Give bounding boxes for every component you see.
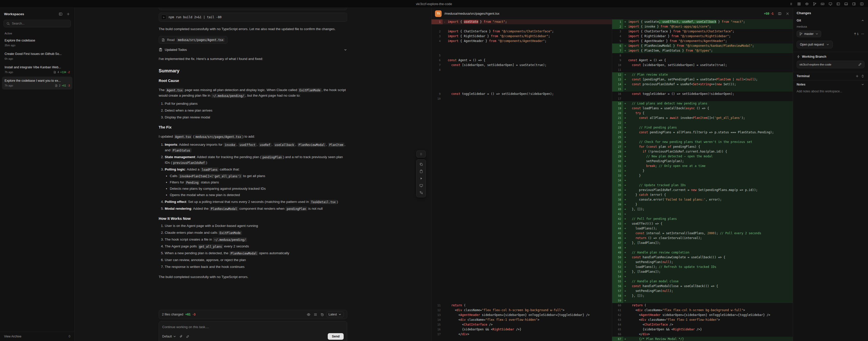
branch-selector[interactable]: master: [797, 31, 821, 37]
diff-line-ctx: 10: [431, 96, 612, 101]
diff-line-ctx: 8: [431, 67, 612, 72]
panel-bottom-button[interactable]: [844, 2, 848, 6]
titlebar-actions: [789, 0, 864, 8]
split-view-button[interactable]: [778, 12, 781, 16]
notes-collapse-button[interactable]: [861, 83, 864, 86]
terminal-expand-button[interactable]: [861, 74, 864, 78]
git-compare-button[interactable]: [416, 189, 426, 196]
git-collapse-button[interactable]: [861, 19, 864, 22]
diff-line-spacer: [431, 106, 612, 111]
chevron-down-icon: [173, 335, 176, 338]
edit-button[interactable]: [186, 335, 190, 338]
diff-marker: [443, 29, 447, 34]
chat-scroll-area[interactable]: >npm run build 2>&1 | tail -80The build …: [75, 8, 431, 310]
collapsed-block-remnant[interactable]: [159, 8, 347, 10]
diff-line-spacer: [431, 72, 612, 77]
panel-right-button[interactable]: [851, 2, 856, 6]
code-line: }, [loadPlans]);: [627, 270, 793, 274]
clipboard-button[interactable]: [416, 168, 426, 175]
inline-code: Agent.tsx: [174, 134, 192, 139]
diff-row: 40+ }, []);: [431, 207, 793, 212]
notes-section-header: Notes: [793, 81, 868, 89]
diff-line-spacer: [431, 217, 612, 221]
working-branch-input[interactable]: vk/3ccf-explore-the-code: [797, 61, 864, 68]
chat-paragraph: I updated Agent.tsx (medusa/src/pages/Ag…: [159, 134, 347, 140]
read-file-path: medusa/src/pages/Agent.tsx: [177, 38, 225, 42]
keyboard-button[interactable]: [820, 2, 825, 6]
code-line: // Check for new pending plans that were…: [627, 140, 793, 145]
search-input[interactable]: [12, 22, 68, 25]
clipboard-list-icon: [159, 48, 162, 52]
line-number: 41: [612, 212, 623, 217]
code-line: previousPlanIdsRef.current = new Set(pen…: [627, 188, 793, 192]
pen-icon: [186, 335, 190, 338]
columns-button[interactable]: [859, 2, 864, 6]
latest-dropdown[interactable]: Latest: [326, 312, 344, 317]
file-type-badge: TS: [435, 10, 442, 17]
drag-handle[interactable]: [416, 151, 426, 158]
list-item: The hook script creates a file in ~/.med…: [165, 237, 347, 242]
attach-button[interactable]: [179, 335, 183, 338]
copy-button[interactable]: [416, 161, 426, 168]
line-number: 46: [612, 236, 623, 241]
inline-code: invoke<PlanItem[]>('get_all_plans'): [178, 174, 242, 178]
terminal-command-block[interactable]: >npm run build 2>&1 | tail -80: [159, 13, 347, 22]
line-number: 15: [612, 87, 623, 92]
monitor-button[interactable]: [416, 182, 426, 189]
panel-left-button[interactable]: [58, 12, 63, 16]
branch-more-button[interactable]: [861, 32, 864, 36]
mode-dropdown[interactable]: Default: [162, 335, 176, 338]
line-number: 63: [612, 317, 623, 322]
diff-row: 35+ // Update tracked plan IDs: [431, 183, 793, 188]
line-number: 5: [612, 39, 623, 43]
diff-body[interactable]: 1-import { useState } from "react";1+imp…: [431, 20, 793, 341]
line-number: 45: [612, 231, 623, 236]
history-button[interactable]: [320, 313, 324, 316]
plus-button[interactable]: [66, 12, 70, 16]
diff-row: 811: [431, 67, 793, 72]
workspace-item[interactable]: Explore the codebase35m ago: [2, 36, 72, 49]
diff-marker: +: [623, 298, 627, 303]
file-read-chip[interactable]: Readmedusa/src/pages/Agent.tsx: [159, 36, 227, 44]
code-line: // Update tracked plan IDs: [627, 183, 793, 188]
diff-row: 27+ for (const plan of pendingPlans) {: [431, 145, 793, 149]
workspace-search[interactable]: [4, 20, 71, 27]
inline-code: useEffect: [238, 143, 257, 147]
layout-grid-button[interactable]: [797, 2, 801, 6]
line-number: 10: [612, 63, 623, 67]
eye-button[interactable]: [804, 2, 809, 6]
diff-line-ctx: 62 <AgentHeader sidebarOpen={sidebarOpen…: [612, 313, 793, 317]
diff-marker: +: [623, 255, 627, 260]
diff-line-add: 36+ previousPlanIdsRef.current = new Set…: [612, 188, 793, 192]
send-button[interactable]: Send: [328, 333, 344, 340]
workspace-item[interactable]: Install and integrate Vibe Kanban Web...…: [2, 63, 72, 76]
workspace-item[interactable]: Explore the codebase I want you to ex...…: [2, 76, 72, 90]
panel-left-button[interactable]: [836, 2, 840, 6]
pause-button[interactable]: [789, 2, 793, 6]
monitor-button[interactable]: [828, 2, 833, 6]
repo-name: medusa: [793, 25, 868, 30]
code-line: [627, 212, 793, 217]
diff-line-spacer: [431, 212, 612, 217]
new-terminal-button[interactable]: [855, 74, 859, 78]
workspace-item[interactable]: Create Good First Issues on Github So...…: [2, 50, 72, 63]
view-archive-button[interactable]: View Archive 0: [0, 332, 74, 341]
diff-line-add: 25+: [612, 135, 793, 140]
git-branch-button[interactable]: [812, 2, 817, 6]
bold-text: Modal rendering: [165, 207, 191, 211]
diff-marker: [443, 92, 447, 96]
open-pr-button[interactable]: Open pull request: [797, 41, 833, 48]
terminal-section-label: Terminal: [797, 74, 810, 78]
diff-marker: +: [623, 207, 627, 212]
close-diff-button[interactable]: [786, 12, 789, 16]
diff-marker: +: [623, 241, 627, 245]
updated-todos-row[interactable]: Updated Todos: [159, 48, 347, 52]
notes-placeholder[interactable]: Add notes about this workspace...: [793, 89, 868, 96]
eye-button[interactable]: [307, 313, 311, 316]
line-number: 39: [612, 202, 623, 207]
code-line: const [sidebarOpen, setSidebarOpen] = us…: [627, 63, 793, 67]
play-button[interactable]: [416, 175, 426, 182]
message-input[interactable]: [162, 325, 344, 329]
rows-button[interactable]: [314, 313, 317, 316]
edit-branch-button[interactable]: [858, 63, 862, 66]
